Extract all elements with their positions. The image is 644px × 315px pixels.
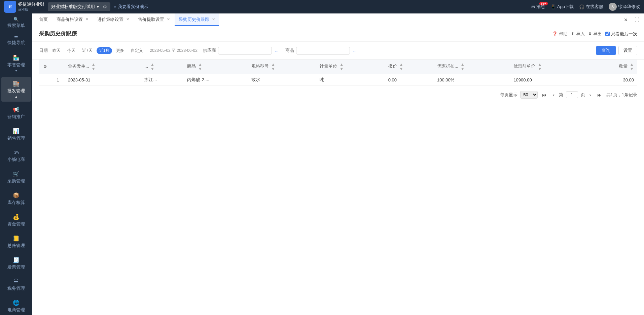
data-table: ⚙ 业务发生... ▲▼ ... ▲▼ [39,60,637,86]
sidebar-item-inventory[interactable]: 📦 库存核算 [1,189,31,209]
col-header-more[interactable]: ... ▲▼ [141,60,184,74]
page-next-button[interactable]: › [588,92,593,98]
message-icon: ✉ [531,4,535,9]
sidebar: 🔍 搜索菜单 ☰ 快捷导航 🏪 零售管理 ▼ 🏬 批发管理 ▲ 📢 营销推广 📊… [0,13,32,315]
row-biz-date: 2023-05-31 [65,74,141,86]
page-summary: 共1页，1条记录 [606,92,637,98]
col-header-pre-discount-price[interactable]: 优惠前单价 ▲▼ [510,60,588,74]
import-button[interactable]: ⬆ 导入 [571,31,585,37]
sidebar-item-sales[interactable]: 📊 销售管理 [1,125,31,145]
col-header-qty[interactable]: 数量 ▲▼ [588,60,637,74]
tab-maximize-button[interactable]: ⛶ [633,16,641,23]
sidebar-item-invoice[interactable]: 🧾 发票管理 [1,253,31,274]
help-button[interactable]: ❓ 帮助 [552,31,568,37]
page-input[interactable] [566,91,578,98]
sidebar-item-purchase[interactable]: 🛒 采购管理 [1,167,31,187]
only-last-checkbox-group[interactable]: 只看最后一次 [605,31,637,37]
headset-icon: 🎧 [579,4,584,9]
only-last-checkbox[interactable] [605,32,610,36]
gear-icon[interactable]: ⚙ [103,4,107,9]
marketing-icon: 📢 [13,106,20,113]
col-header-spec[interactable]: 规格型号 ▲▼ [248,60,316,74]
page-last-button[interactable]: ⏭ [596,92,604,98]
row-unit: 吨 [316,74,385,86]
tab-purchase-strategy[interactable]: 进价策略设置 ✕ [93,13,133,26]
invoice-icon: 🧾 [13,257,20,263]
col-header-goods[interactable]: 商品 ▲▼ [184,60,248,74]
tab-purchase-history[interactable]: 采购历史价跟踪 ✕ [175,13,219,26]
dropdown-icon: ▼ [96,5,100,9]
page-first-button[interactable]: ⏮ [540,92,548,98]
wholesale-icon: 🏬 [13,80,20,87]
demo-link[interactable]: ○ 我要看实例演示 [114,4,148,10]
per-page-select[interactable]: 50 10 20 100 [520,91,538,99]
ecommerce-small-icon: 🛍 [13,149,19,155]
supplier-input[interactable] [218,47,272,55]
date-btn-today[interactable]: 今天 [65,47,78,54]
sidebar-item-wholesale[interactable]: 🏬 批发管理 ▲ [1,77,31,102]
tab-sale-extract-close[interactable]: ✕ [167,17,170,22]
tab-close-all-button[interactable]: ✕ [622,16,630,23]
demo-link-text: 我要看实例演示 [118,4,148,10]
col-header-settings[interactable]: ⚙ [39,60,51,74]
online-service-label: 在线客服 [586,4,603,10]
col-header-unit[interactable]: 计量单位 ▲▼ [316,60,385,74]
settings-button[interactable]: 设置 [618,46,637,55]
version-selector[interactable]: 好业财标准版交付试用 ▼ ⚙ [48,2,110,11]
nav-icon: ☰ [14,34,18,39]
tab-price[interactable]: 商品价格设置 ✕ [52,13,93,26]
tab-sale-extract[interactable]: 售价提取设置 ✕ [134,13,174,26]
date-btn-more[interactable]: 更多 [113,47,127,54]
filter-bar: 日期 昨天 今天 近7天 近1月 更多 自定义 2023-05-02 至 202… [32,42,644,60]
page-prev-button[interactable]: ‹ [551,92,556,98]
goods-more-button[interactable]: ... [352,47,358,54]
sort-icon-discount: ▲▼ [460,62,465,71]
avatar: 人 [609,3,617,11]
sidebar-item-finance[interactable]: 💰 资金管理 [1,210,31,231]
app-download-button[interactable]: 📱 App下载 [550,4,574,10]
sidebar-item-marketing[interactable]: 📢 营销推广 [1,103,31,123]
tab-bar: 首页 商品价格设置 ✕ 进价策略设置 ✕ 售价提取设置 ✕ 采购历史价跟踪 ✕ … [32,13,644,26]
sidebar-item-retail[interactable]: 🏪 零售管理 ▼ [1,51,31,76]
sidebar-item-tax[interactable]: 🏛 税务管理 [1,275,31,295]
online-service-button[interactable]: 🎧 在线客服 [579,4,603,10]
col-header-discount[interactable]: 优惠折扣... ▲▼ [434,60,510,74]
date-btn-7days[interactable]: 近7天 [79,47,95,54]
page-label: 第 [559,92,563,98]
help-icon: ❓ [552,31,558,36]
page-title: 采购历史价跟踪 [39,30,77,37]
tab-price-close[interactable]: ✕ [85,17,88,22]
retail-icon: 🏪 [13,55,20,61]
logo-icon: 财 [4,1,16,13]
date-btn-custom[interactable]: 自定义 [128,47,146,54]
ecommerce-icon: 🌐 [13,300,20,306]
tab-home[interactable]: 首页 [35,13,52,26]
sidebar-item-ecommerce[interactable]: 🌐 电商管理 [1,296,31,315]
sidebar-item-ledger[interactable]: 📒 总账管理 [1,232,31,252]
row-goods: 丙烯酸-2-... [184,74,248,86]
main-layout: 🔍 搜索菜单 ☰ 快捷导航 🏪 零售管理 ▼ 🏬 批发管理 ▲ 📢 营销推广 📊… [0,13,644,315]
goods-input[interactable] [296,47,350,55]
query-button[interactable]: 查询 [596,46,616,55]
sidebar-quick-nav[interactable]: ☰ 快捷导航 [0,32,32,48]
sort-icon-spec: ▲▼ [271,62,275,71]
supplier-filter-group: 供应商 ... [203,47,280,55]
sort-icon-unit: ▲▼ [339,62,344,71]
sidebar-search[interactable]: 🔍 搜索菜单 [0,13,32,32]
user-info[interactable]: 人 徐泽华修改 [609,3,640,11]
export-button[interactable]: ⬇ 导出 [588,31,602,37]
tax-icon: 🏛 [13,278,19,284]
row-quote: 0.00 [385,74,434,86]
col-header-quote[interactable]: 报价 ▲▼ [385,60,434,74]
messages-badge: 99+ [539,2,548,5]
tab-purchase-strategy-close[interactable]: ✕ [126,17,129,22]
sidebar-item-ecommerce-small[interactable]: 🛍 小畅电商 [1,146,31,166]
date-btn-1month[interactable]: 近1月 [97,47,112,54]
messages-button[interactable]: ✉ 消息 99+ [531,4,545,10]
date-filter-group: 日期 昨天 今天 近7天 近1月 更多 自定义 2023-05-02 至 202… [39,47,198,54]
date-btn-yesterday[interactable]: 昨天 [50,47,63,54]
supplier-more-button[interactable]: ... [274,47,280,54]
tab-purchase-history-close[interactable]: ✕ [212,17,215,22]
table-wrap: ⚙ 业务发生... ▲▼ ... ▲▼ [32,60,644,86]
col-header-biz-date[interactable]: 业务发生... ▲▼ [65,60,141,74]
